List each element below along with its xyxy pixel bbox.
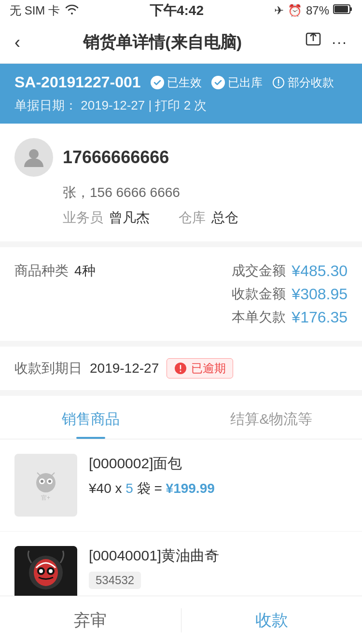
svg-point-8 xyxy=(180,371,181,372)
svg-point-5 xyxy=(278,84,279,85)
customer-header: 17666666666 xyxy=(14,138,348,177)
more-button[interactable]: ··· xyxy=(332,33,348,51)
page-title: 销货单详情(来自电脑) xyxy=(83,31,242,54)
battery-text: 87% xyxy=(306,4,329,17)
svg-text:官+: 官+ xyxy=(41,494,50,501)
list-item: 官+ [0000002]面包 ¥40 x 5 袋 = ¥199.99 xyxy=(0,439,362,532)
product-price-1: ¥40 x 5 袋 = ¥199.99 xyxy=(89,479,348,498)
cancel-button[interactable]: 弃审 xyxy=(0,596,181,644)
avatar xyxy=(14,138,53,177)
svg-point-9 xyxy=(36,473,56,492)
svg-point-21 xyxy=(49,569,53,573)
status-left: 无 SIM 卡 xyxy=(10,3,79,18)
debt-value: ¥176.35 xyxy=(292,308,348,326)
overdue-text: 已逾期 xyxy=(191,361,226,376)
product-total-1: ¥199.99 xyxy=(166,481,215,496)
salesperson-value: 曾凡杰 xyxy=(109,209,150,227)
share-button[interactable] xyxy=(305,31,322,53)
received-value: ¥308.95 xyxy=(292,285,348,303)
warehouse-item: 仓库 总仓 xyxy=(179,209,238,227)
customer-section: 17666666666 张，156 6666 6666 业务员 曾凡杰 仓库 总… xyxy=(0,124,362,241)
check-effective-icon xyxy=(151,76,164,89)
alarm-icon: ⏰ xyxy=(288,4,302,17)
svg-point-12 xyxy=(41,480,43,483)
product-type-label: 商品种类 xyxy=(14,262,69,280)
due-section: 收款到期日 2019-12-27 已逾期 xyxy=(0,347,362,390)
customer-meta: 业务员 曾凡杰 仓库 总仓 xyxy=(14,209,348,227)
header-banner: SA-20191227-001 已生效 已出库 部分收款 xyxy=(0,64,362,124)
salesperson-label: 业务员 xyxy=(63,209,103,227)
overdue-badge: 已逾期 xyxy=(167,358,233,378)
received-row: 收款金额 ¥308.95 xyxy=(232,285,348,303)
badge-shipped: 已出库 xyxy=(211,75,263,90)
product-image-placeholder-1: 官+ xyxy=(14,454,77,517)
status-right: ✈ ⏰ 87% xyxy=(274,4,352,17)
badge-partial-payment: 部分收款 xyxy=(272,75,334,90)
svg-point-20 xyxy=(39,569,43,573)
wifi-icon xyxy=(65,4,79,17)
product-qty-1: 5 xyxy=(125,481,133,496)
product-name-2: [00040001]黄油曲奇 xyxy=(89,546,348,566)
svg-rect-2 xyxy=(334,6,348,13)
banner-date: 单据日期： 2019-12-27 | 打印 2 次 xyxy=(14,97,348,114)
salesperson-item: 业务员 曾凡杰 xyxy=(63,209,150,227)
collect-button[interactable]: 收款 xyxy=(181,596,362,644)
nav-actions: ··· xyxy=(305,31,348,53)
badge-effective: 已生效 xyxy=(151,75,202,90)
tab-sales-products[interactable]: 销售商品 xyxy=(0,396,181,439)
sim-status: 无 SIM 卡 xyxy=(10,3,60,18)
stats-section: 商品种类 4种 成交金额 ¥485.30 收款金额 ¥308.95 本单欠款 ¥… xyxy=(0,247,362,341)
customer-info: 张，156 6666 6666 xyxy=(14,183,348,202)
battery-icon xyxy=(333,4,352,17)
product-type-value: 4种 xyxy=(74,262,96,280)
nav-bar: ‹ 销货单详情(来自电脑) ··· xyxy=(0,21,362,64)
amount-value: ¥485.30 xyxy=(292,262,348,280)
stats-left: 商品种类 4种 xyxy=(14,262,96,280)
bottom-bar: 弃审 收款 xyxy=(0,596,362,644)
banner-top: SA-20191227-001 已生效 已出库 部分收款 xyxy=(14,73,348,91)
product-info-1: [0000002]面包 ¥40 x 5 袋 = ¥199.99 xyxy=(89,454,348,498)
product-name-1: [0000002]面包 xyxy=(89,454,348,474)
due-label: 收款到期日 xyxy=(14,359,82,378)
svg-rect-1 xyxy=(350,7,352,11)
svg-point-13 xyxy=(48,480,51,483)
stats-right: 成交金额 ¥485.30 收款金额 ¥308.95 本单欠款 ¥176.35 xyxy=(232,262,348,326)
product-type-row: 商品种类 4种 xyxy=(14,262,96,280)
customer-phone: 17666666666 xyxy=(63,147,169,168)
due-date: 2019-12-27 xyxy=(90,361,159,376)
status-time: 下午4:42 xyxy=(150,1,204,20)
check-shipped-icon xyxy=(211,76,225,89)
debt-label: 本单欠款 xyxy=(232,308,286,326)
svg-point-6 xyxy=(29,149,39,159)
product-sku-2: 534532 xyxy=(89,572,141,589)
warehouse-value: 总仓 xyxy=(211,209,238,227)
back-button[interactable]: ‹ xyxy=(14,32,20,53)
location-icon: ✈ xyxy=(274,4,284,17)
product-thumb-1: 官+ xyxy=(14,454,77,517)
debt-row: 本单欠款 ¥176.35 xyxy=(232,308,348,326)
received-label: 收款金额 xyxy=(232,285,286,303)
amount-row: 成交金额 ¥485.30 xyxy=(232,262,348,280)
tab-settlement[interactable]: 结算&物流等 xyxy=(181,396,362,439)
tab-bar: 销售商品 结算&物流等 xyxy=(0,396,362,439)
order-id: SA-20191227-001 xyxy=(14,73,141,91)
warehouse-label: 仓库 xyxy=(179,209,206,227)
status-bar: 无 SIM 卡 下午4:42 ✈ ⏰ 87% xyxy=(0,0,362,21)
amount-label: 成交金额 xyxy=(232,262,286,280)
